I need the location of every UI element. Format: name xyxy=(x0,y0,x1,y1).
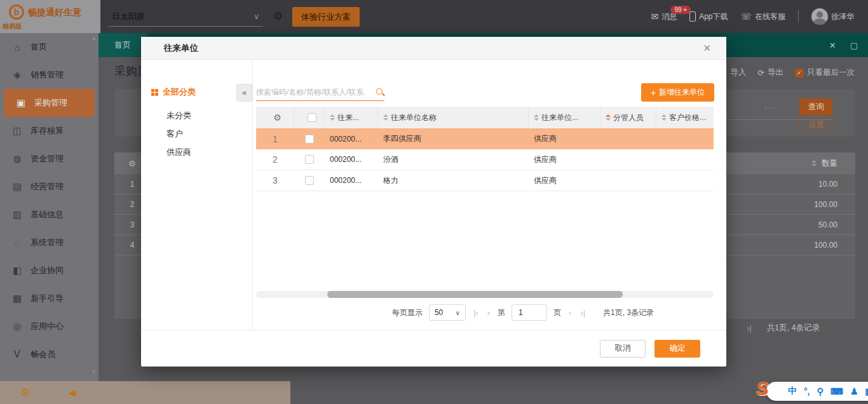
sort-icon[interactable] xyxy=(534,114,539,121)
sidebar-item-member[interactable]: Ⅴ 畅会员 xyxy=(0,340,98,368)
online-service-item[interactable]: ☏ 在线客服 xyxy=(740,11,785,22)
scroll-down-icon[interactable]: ▼ xyxy=(91,369,97,375)
select-all-checkbox[interactable] xyxy=(308,113,316,122)
query-button[interactable]: 查询 xyxy=(799,98,832,115)
row-checkbox[interactable] xyxy=(305,155,314,164)
scrollbar-thumb[interactable] xyxy=(327,291,623,298)
filter-settings-button[interactable]: 设置 xyxy=(799,117,832,133)
more-filters-ellipsis[interactable]: ... xyxy=(764,100,776,111)
category-item-supplier[interactable]: 供应商 xyxy=(166,145,243,160)
purchase-bag-icon: ▣ xyxy=(15,97,27,109)
contact-row[interactable]: 3 000200... 格力 供应商 xyxy=(256,170,714,191)
column-settings-gear-icon[interactable]: ⚙ xyxy=(273,112,281,123)
next-page-icon[interactable]: › xyxy=(567,308,573,318)
sidebar-item-guide[interactable]: ▦ 新手引导 xyxy=(0,285,98,313)
page-pagination: ›| 共1页, 4条记录 xyxy=(747,323,820,333)
ime-mode-icon[interactable]: 中 xyxy=(788,386,797,397)
fullscreen-icon[interactable]: ▢ xyxy=(850,41,858,50)
contact-row[interactable]: 2 000200... 汾酒 供应商 xyxy=(256,149,714,170)
sidebar-item-label: 首页 xyxy=(31,41,47,53)
username: 徐泽华 xyxy=(831,11,854,22)
category-item-customer[interactable]: 客户 xyxy=(166,126,243,142)
topbar-divider xyxy=(798,10,799,23)
sidebar-item-home[interactable]: ⌂ 首页 xyxy=(0,33,98,61)
sort-icon[interactable] xyxy=(330,114,335,121)
search-input[interactable] xyxy=(256,88,376,97)
sidebar-item-label: 新手引导 xyxy=(31,293,64,304)
sidebar-item-label: 畅会员 xyxy=(31,349,55,360)
user-item[interactable]: 徐泽华 xyxy=(811,8,854,25)
checked-checkbox-icon[interactable]: ✓ xyxy=(795,69,804,77)
trial-industry-button[interactable]: 体验行业方案 xyxy=(292,7,360,27)
row-checkbox[interactable] xyxy=(305,176,314,185)
sidebar-item-system[interactable]: ◌ 系统管理 xyxy=(0,229,98,257)
scroll-up-icon[interactable]: ▲ xyxy=(91,36,97,41)
only-last-checkbox-item[interactable]: ✓ 只看最后一次 xyxy=(795,67,855,78)
name-column-header[interactable]: 往来单位名称 xyxy=(391,112,437,123)
sidebar-item-app-center[interactable]: ◎ 应用中心 xyxy=(0,313,98,340)
brand-name: 畅捷通好生意 xyxy=(28,7,81,18)
org-selector[interactable]: 日太阳膜 ∨ xyxy=(108,6,263,27)
search-icon[interactable] xyxy=(376,88,384,97)
keyboard-icon[interactable]: ⌨ xyxy=(831,386,843,396)
per-page-select[interactable]: 50 ∨ xyxy=(429,304,466,321)
app-download-item[interactable]: App下载 xyxy=(689,11,728,22)
message-icon: ✉ xyxy=(651,11,658,22)
page-label-post: 页 xyxy=(553,307,561,318)
confirm-button[interactable]: 确定 xyxy=(654,340,700,358)
pagination-summary: 共1页, 3条记录 xyxy=(603,307,654,318)
close-icon[interactable]: ✕ xyxy=(703,43,711,54)
row-checkbox[interactable] xyxy=(305,135,314,144)
sort-icon[interactable] xyxy=(383,114,388,121)
qty-column-header[interactable]: 数量 xyxy=(822,158,837,169)
app-download-label: App下载 xyxy=(699,11,728,22)
sort-asc-icon[interactable] xyxy=(606,114,611,121)
sidebar-item-inventory[interactable]: ◫ 库存核算 xyxy=(0,117,98,145)
sort-icon[interactable] xyxy=(661,114,667,121)
sidebar-item-label: 基础信息 xyxy=(31,209,64,220)
sidebar-item-funds[interactable]: ◍ 资金管理 xyxy=(0,145,98,173)
sidebar-item-base-info[interactable]: ▥ 基础信息 xyxy=(0,201,98,229)
collapse-panel-button[interactable]: « xyxy=(236,84,252,102)
sidebar-item-purchase[interactable]: ▣ 采购管理 xyxy=(4,89,95,117)
headset-icon: ☏ xyxy=(740,11,752,22)
sidebar-item-sales[interactable]: ◈ 销售管理 xyxy=(0,61,98,89)
footer-gear-icon[interactable]: ⚙ xyxy=(20,386,30,400)
sidebar-item-collab[interactable]: ◧ 企业协同 xyxy=(0,257,98,285)
settings-gear-icon[interactable]: ⚙ xyxy=(273,10,283,23)
sort-icon[interactable] xyxy=(811,160,817,166)
add-contact-button[interactable]: + 新增往来单位 xyxy=(641,83,714,102)
code-column-header[interactable]: 往来... xyxy=(337,112,359,123)
prev-page-icon[interactable]: ‹ xyxy=(486,308,491,318)
tab-home[interactable]: 首页 xyxy=(98,33,147,57)
manager-column-header[interactable]: 分管人员 xyxy=(613,112,644,123)
microphone-icon[interactable]: ⚲ xyxy=(817,386,824,396)
export-button[interactable]: ⟳ 导出 xyxy=(758,67,783,78)
sidebar-scrollbar[interactable]: ▲ ▼ xyxy=(91,34,97,376)
price-column-header[interactable]: 客户价格... xyxy=(669,112,706,123)
type-column-header[interactable]: 往来单位... xyxy=(541,112,578,123)
first-page-icon[interactable]: |‹ xyxy=(472,308,480,318)
page-number-input[interactable] xyxy=(512,304,547,321)
collapse-sidebar-icon[interactable]: ◀‖ xyxy=(69,388,76,398)
contact-name: 汾酒 xyxy=(378,154,529,165)
cancel-button[interactable]: 取消 xyxy=(600,340,646,358)
window-close-icon[interactable]: ✕ xyxy=(829,41,836,50)
last-page-icon[interactable]: ›| xyxy=(579,308,587,318)
punctuation-icon[interactable]: °, xyxy=(804,386,810,396)
online-service-label: 在线客服 xyxy=(755,11,785,22)
row-qty: 50.00 xyxy=(818,220,855,229)
toolbox-grid-icon[interactable]: ▦ xyxy=(865,386,868,396)
category-item-uncategorized[interactable]: 未分类 xyxy=(166,108,243,123)
contacts-modal: 往来单位 ✕ 全部分类 未分类 客户 供应商 « + 新增往来单位 ⚙ 往来..… xyxy=(141,37,726,367)
panel-divider xyxy=(252,60,253,330)
sogou-logo-icon[interactable]: S xyxy=(756,378,769,400)
sidebar-item-operations[interactable]: ▤ 经营管理 xyxy=(0,173,98,201)
messages-item[interactable]: ✉ 消息 99 + xyxy=(651,11,677,22)
all-categories-header[interactable]: 全部分类 xyxy=(151,86,196,98)
horizontal-scrollbar[interactable] xyxy=(256,291,714,298)
contact-row-selected[interactable]: 1 000200... 李四供应商 供应商 xyxy=(256,128,714,149)
search-box[interactable] xyxy=(256,83,384,101)
skin-icon[interactable]: ♟ xyxy=(850,386,858,396)
last-page-icon[interactable]: ›| xyxy=(747,323,752,333)
